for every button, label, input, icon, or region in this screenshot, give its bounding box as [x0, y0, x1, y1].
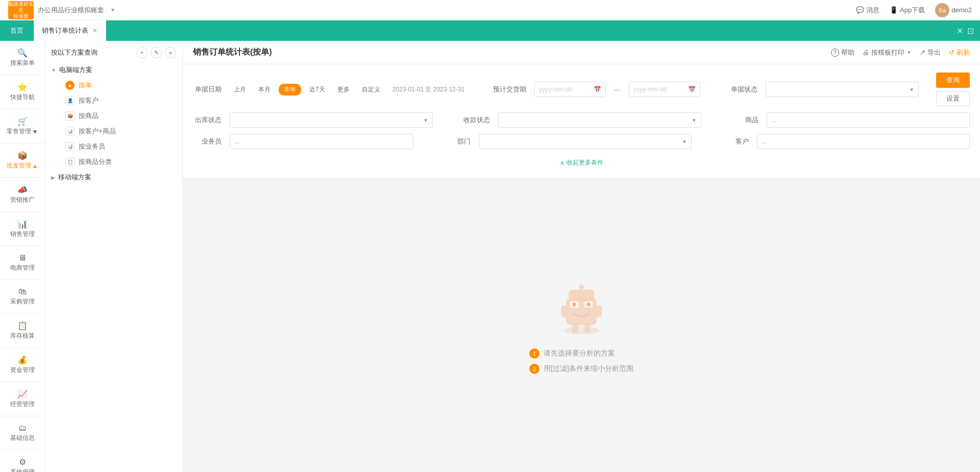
this-year-btn[interactable]: 本年 [279, 84, 301, 96]
purchase-icon: 🛍 [18, 287, 27, 296]
svg-rect-7 [596, 305, 602, 318]
customer-ellipsis[interactable]: ... [762, 138, 767, 145]
tab-restore-icon[interactable]: ⊡ [967, 26, 974, 36]
goods-label: 商品 [730, 115, 758, 125]
plan-item-by-category[interactable]: 📋 按商品分类 [49, 154, 178, 170]
page-header: 销售订单统计表(按单) ? 帮助 🖨 按模板打印 ▼ ↗ 导出 [183, 41, 980, 64]
delivery-from-input[interactable]: yyyy-mm-dd 📅 [534, 82, 606, 97]
plan-item-by-customer[interactable]: 👤 按客户 [49, 93, 178, 108]
tab-sales-stats[interactable]: 销售订单统计表 ✕ [34, 20, 106, 41]
staff-label: 业务员 [193, 137, 222, 146]
plan-item-by-order[interactable]: ● 按单 [49, 78, 178, 93]
user-profile[interactable]: Ea demo2 [935, 3, 972, 17]
sidebar-item-purchase[interactable]: 🛍 采购管理 [0, 280, 44, 314]
tip1-number: 1 [529, 348, 540, 359]
sidebar-item-finance[interactable]: 💰 资金管理 [0, 348, 44, 382]
wholesale-icon: 📦 [17, 151, 28, 160]
collapse-filter-button[interactable]: ∧ 收起更多条件 [193, 155, 970, 170]
setting-button[interactable]: 设置 [936, 91, 970, 106]
delivery-to-input[interactable]: yyyy-mm-dd 📅 [629, 82, 700, 97]
sidebar-item-search-menu[interactable]: 🔍 搜索菜单 [0, 41, 44, 75]
tab-bar-right: ✕ ⊡ [957, 26, 980, 36]
last7days-btn[interactable]: 近7天 [305, 83, 329, 96]
sidebar-item-operations[interactable]: 📈 经营管理 [0, 382, 44, 416]
print-button[interactable]: 🖨 按模板打印 ▼ [863, 48, 912, 57]
add-plan-button[interactable]: + [136, 47, 148, 58]
sidebar-item-sales[interactable]: 📊 销售管理 [0, 212, 44, 246]
plan-item-by-customer-goods[interactable]: 📊 按客户+商品 [49, 124, 178, 139]
dept-label: 部门 [442, 137, 471, 146]
receipt-status-label: 收款状态 [461, 115, 490, 125]
message-button[interactable]: 💬 消息 [856, 6, 879, 15]
goods-input[interactable]: ... [767, 112, 970, 128]
empty-tip-1: 1 请先选择要分析的方案 [529, 348, 633, 359]
help-button[interactable]: ? 帮助 [831, 48, 854, 57]
goods-ellipsis[interactable]: ... [771, 116, 776, 124]
filter-area: 单据日期 上月 本月 本年 近7天 更多 自定义 2023-01-01 至 20… [183, 64, 980, 179]
by-customer-icon: 👤 [65, 96, 75, 105]
edit-plan-button[interactable]: ✎ [151, 47, 162, 58]
tab-minimize-icon[interactable]: ✕ [957, 26, 963, 36]
more-btn[interactable]: 更多 [333, 83, 354, 96]
export-button[interactable]: ↗ 导出 [920, 48, 941, 57]
sidebar-item-ecommerce[interactable]: 🖥 电商管理 [0, 246, 44, 280]
date-range-text: 2023-01-01 至 2023-12-31 [393, 85, 464, 94]
logo-text: 畅捷通好生意 标准版 [8, 1, 34, 19]
svg-rect-9 [584, 324, 591, 333]
out-status-select[interactable]: ▼ [230, 112, 433, 128]
collapse-panel-button[interactable]: « [165, 47, 176, 58]
quick-nav-icon: ⭐ [17, 82, 28, 92]
empty-illustration [551, 277, 612, 338]
action-buttons: 查询 设置 [936, 73, 970, 106]
svg-rect-8 [572, 324, 578, 333]
sidebar-item-inventory[interactable]: 📋 库存核算 [0, 314, 44, 348]
base-info-icon: 🗂 [18, 423, 27, 433]
dept-select[interactable]: ▼ [479, 134, 692, 149]
sidebar-item-retail[interactable]: 🛒 零售管理 ▼ [0, 109, 44, 144]
receipt-status-select[interactable]: ▼ [498, 112, 701, 128]
last-month-btn[interactable]: 上月 [230, 83, 250, 96]
pc-plan-group-header[interactable]: ▼ 电脑端方案 [49, 62, 178, 78]
svg-rect-1 [566, 297, 597, 325]
sidebar-item-marketing[interactable]: 📣 营销推广 [0, 178, 44, 212]
tab-close-icon[interactable]: ✕ [92, 27, 97, 34]
out-status-arrow-icon: ▼ [423, 117, 428, 123]
top-bar-right: 💬 消息 📱 App下载 Ea demo2 [856, 3, 972, 17]
out-status-label: 出库状态 [193, 115, 222, 125]
dept-arrow-icon: ▼ [682, 139, 687, 145]
inventory-icon: 📋 [17, 321, 28, 331]
workspace-title[interactable]: 办公用品行业模拟账套 [38, 6, 104, 15]
tab-home[interactable]: 首页 [0, 20, 34, 41]
svg-point-5 [586, 302, 591, 306]
tip1-text: 请先选择要分析的方案 [544, 349, 615, 358]
search-button[interactable]: 查询 [936, 73, 970, 88]
mobile-plan-group-header[interactable]: ▶ 移动端方案 [49, 170, 178, 185]
custom-btn[interactable]: 自定义 [358, 83, 384, 96]
plan-item-by-goods[interactable]: 📦 按商品 [49, 108, 178, 124]
sidebar-item-base-info[interactable]: 🗂 基础信息 [0, 416, 44, 450]
refresh-button[interactable]: ↺ 刷新 [949, 48, 970, 57]
staff-input[interactable]: ... [230, 134, 413, 149]
app-download-button[interactable]: 📱 App下载 [890, 6, 925, 15]
workspace-arrow-icon[interactable]: ▼ [110, 7, 115, 13]
this-month-btn[interactable]: 本月 [254, 83, 275, 96]
plan-item-by-staff[interactable]: 📊 按业务员 [49, 139, 178, 154]
main-layout: 🔍 搜索菜单 ⭐ 快捷导航 🛒 零售管理 ▼ 📦 批发管理 ▲ 📣 营销推广 [0, 41, 980, 472]
help-icon: ? [831, 49, 839, 57]
customer-input[interactable]: ... [757, 134, 970, 149]
refresh-icon: ↺ [949, 49, 954, 56]
panel-title: 按以下方案查询 [51, 48, 97, 57]
content-area: 按以下方案查询 + ✎ « ▼ 电脑端方案 ● 按单 👤 按 [45, 41, 980, 472]
system-icon: ⚙ [19, 457, 26, 467]
wholesale-arrow-icon: ▲ [32, 162, 38, 170]
sidebar-item-system[interactable]: ⚙ 系统管理 [0, 450, 44, 472]
sidebar-item-wholesale[interactable]: 📦 批发管理 ▲ [0, 144, 44, 178]
status-select[interactable]: ▼ [766, 82, 919, 97]
delivery-date-from: yyyy-mm-dd 📅 [534, 82, 606, 97]
staff-ellipsis[interactable]: ... [234, 138, 239, 145]
empty-state: 1 请先选择要分析的方案 2 用[过滤]条件来缩小分析范围 [183, 179, 980, 472]
status-label: 单据状态 [729, 85, 757, 94]
sidebar-item-quick-nav[interactable]: ⭐ 快捷导航 [0, 75, 44, 109]
panel-actions: + ✎ « [136, 47, 176, 58]
finance-icon: 💰 [17, 355, 28, 365]
